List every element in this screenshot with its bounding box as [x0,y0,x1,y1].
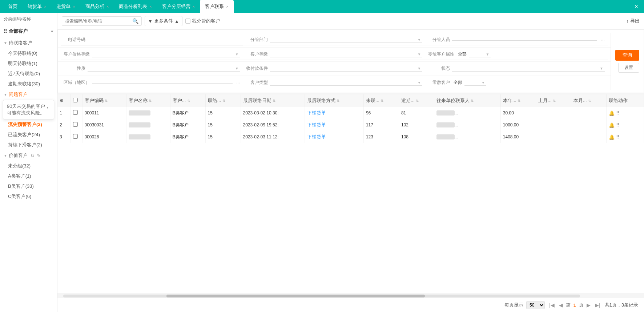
nature-select[interactable]: ▼ [88,66,240,72]
th-contact-num[interactable]: 联络... ⇅ [205,94,241,107]
next-page-button[interactable]: ▶ [585,302,592,308]
sidebar-section-value[interactable]: ▼ 价值客户 ↻ ✎ [0,150,57,161]
select-all-checkbox[interactable] [73,98,78,102]
price-grade-select[interactable]: ▼ [92,52,240,57]
edit-icon[interactable]: ✎ [37,153,41,158]
row-checkbox[interactable] [71,131,82,143]
tab-customer-tier[interactable]: 客户分层经营 × [157,0,200,13]
customer-grade-select[interactable]: ▼ [270,52,423,57]
retail-attr-select[interactable]: ▼ [469,52,491,57]
prev-page-button[interactable]: ◀ [558,302,564,308]
sidebar-search-input[interactable] [4,16,57,21]
tab-purchase[interactable]: 进货单 × [51,0,80,13]
query-button[interactable]: 查询 [615,50,639,61]
sidebar-item-declining[interactable]: 持续下滑客户(2) [0,140,57,150]
sort-icon: ⇅ [471,99,474,103]
sidebar-item-churn-warning[interactable]: 流失预警客户(3) [0,119,57,130]
sidebar-item-ungrouped[interactable]: 未分组(32) [0,161,57,171]
more-action-icon[interactable]: ⠿ [616,122,620,128]
close-icon[interactable]: × [226,4,228,9]
retail-customer-select[interactable]: ▼ [464,80,486,86]
tab-product-analysis-list[interactable]: 商品分析列表 × [114,0,157,13]
th-last-contact-date[interactable]: 最后联络日期 ⇅ [241,94,305,107]
sidebar-item-7days[interactable]: 近7天待联络(0) [0,69,57,79]
row-contact-num: 15 [205,131,241,143]
th-customer-name[interactable]: 客户名称 ⇅ [126,94,170,107]
th-checkbox[interactable] [71,94,82,107]
first-page-button[interactable]: |◀ [548,302,556,308]
sidebar-item-churned[interactable]: 已流失客户(24) [0,130,57,140]
settings-button[interactable]: 设置 [618,63,639,73]
row-this-month [571,119,606,131]
th-this-year[interactable]: 本年... ⇅ [500,94,536,107]
more-conditions-button[interactable]: ▼ 更多条件 ▲ [145,16,182,26]
last-page-button[interactable]: ▶| [593,302,602,308]
scrollbar-track [63,295,580,297]
close-icon[interactable]: × [73,4,75,9]
th-overdue[interactable]: 逾期... ⇅ [399,94,434,107]
row-checkbox[interactable] [71,119,82,131]
tab-customer-contact[interactable]: 客户联系 × [200,0,233,13]
row-last-contact-type[interactable]: 下销货单 [305,131,363,143]
th-contact-person[interactable]: 往来单位联系人 ⇅ [434,94,500,107]
tab-home[interactable]: 首页 [3,0,23,13]
scrollbar-thumb[interactable] [166,295,425,297]
export-button[interactable]: ↑ 导出 [627,18,640,24]
row-type: B类客户 [170,119,205,131]
contact-icon[interactable]: 🔔 [609,122,615,128]
more-dots-icon[interactable]: ··· [601,37,605,42]
th-last-month[interactable]: 上月... ⇅ [536,94,571,107]
tab-sales[interactable]: 销货单 × [23,0,51,13]
refresh-icon[interactable]: ↻ [31,153,35,158]
row-checkbox[interactable] [71,107,82,119]
search-input[interactable] [65,19,132,24]
sidebar-item-overdue[interactable]: 逾期未联络(30) [0,79,57,89]
sidebar-item-tomorrow[interactable]: 明天待联络(1) [0,58,57,69]
checkbox-icon[interactable] [185,19,190,24]
row-action[interactable]: 🔔⠿ [606,119,644,131]
th-customer-type[interactable]: 客户... ⇅ [170,94,205,107]
row-action[interactable]: 🔔⠿ [606,131,644,143]
close-icon[interactable]: × [193,4,195,9]
th-unlisted[interactable]: 未联... ⇅ [363,94,399,107]
row-last-contact-type[interactable]: 下销货单 [305,119,363,131]
tab-product-analysis[interactable]: 商品分析 × [80,0,114,13]
row-index: 1 [57,107,71,119]
sidebar-item-b-class[interactable]: B类客户(33) [0,181,57,191]
my-customers-checkbox[interactable]: 我分管的客户 [185,18,220,24]
sidebar-section-problem[interactable]: ▼ 问题客户 [0,89,57,100]
dept-select[interactable]: ▼ [270,37,423,43]
contact-icon[interactable]: 🔔 [609,110,615,116]
collapse-icon[interactable]: « [51,29,53,34]
horizontal-scrollbar[interactable] [57,293,644,298]
th-customer-code[interactable]: 客户编码 ⇅ [82,94,126,107]
customer-type-select[interactable]: ▼ [270,80,423,86]
th-settings[interactable]: ⚙ [57,94,71,107]
more-action-icon[interactable]: ⠿ [616,134,620,140]
search-button[interactable]: 🔍 [132,18,138,24]
row-type: B类客户 [170,131,205,143]
filter-customer-grade: 客户等级 ▼ [243,49,426,60]
sidebar-section-pending[interactable]: ▼ 待联络客户 [0,37,57,48]
th-this-month[interactable]: 本月... ⇅ [571,94,606,107]
close-icon[interactable]: × [44,4,46,9]
arrow-down-icon: ▼ [4,41,7,45]
sidebar-item-c-class[interactable]: C类客户(6) [0,191,57,202]
chevron-down-icon: ▼ [486,52,489,56]
close-icon[interactable]: × [106,4,109,9]
more-action-icon[interactable]: ⠿ [616,110,620,116]
more-dots-icon[interactable]: ··· [236,80,240,85]
per-page-select[interactable]: 50 100 200 [526,301,545,309]
global-close-button[interactable]: × [631,3,641,11]
sidebar-all-customers[interactable]: ⠿ 全部客户 « [0,25,57,37]
row-last-contact-type[interactable]: 下销货单 [305,107,363,119]
th-last-contact-type[interactable]: 最后联络方式 ⇅ [305,94,363,107]
close-icon[interactable]: × [149,4,152,9]
sidebar-item-today[interactable]: 今天待联络(0) [0,48,57,58]
row-action[interactable]: 🔔⠿ [606,107,644,119]
contact-icon[interactable]: 🔔 [609,134,615,140]
status-select[interactable]: ▼ [452,66,605,72]
payment-select[interactable]: ▼ [270,66,423,72]
sidebar-item-a-class[interactable]: A类客户(1) [0,171,57,181]
phone-input[interactable] [88,36,240,43]
